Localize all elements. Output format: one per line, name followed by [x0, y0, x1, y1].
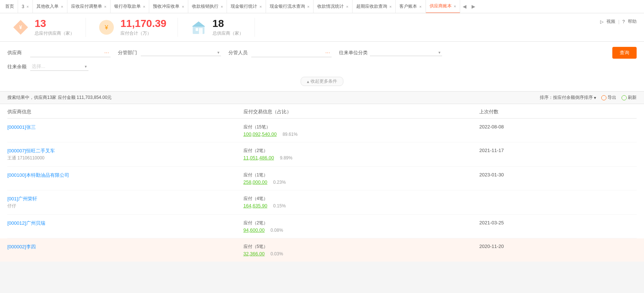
- person-label: 分管人员: [228, 49, 249, 56]
- dept-select[interactable]: ▾: [141, 49, 221, 56]
- trans-label-4: 应付（2笔）: [244, 220, 480, 226]
- export-label: 导出: [608, 94, 616, 101]
- close-icon[interactable]: ×: [182, 4, 184, 9]
- nav-tab-ar-ap-adjust[interactable]: 应收应付调整单 ×: [67, 0, 111, 13]
- table-row: [000002]李四 应付（5笔） 32,366.00 0.03% 2020-1…: [0, 238, 644, 262]
- nav-tab-advance-ar-label: 预收冲应收单: [153, 3, 179, 10]
- supplier-info-0: [000001]张三: [7, 124, 244, 137]
- nav-tab-receipt-stat[interactable]: 收款情况统计 ×: [314, 0, 352, 13]
- close-icon[interactable]: ×: [307, 4, 309, 9]
- trans-label-0: 应付（15笔）: [244, 124, 480, 130]
- refresh-button[interactable]: 刷新: [622, 94, 637, 101]
- stat-content-payable-suppliers: 13 总应付供应商（家）: [35, 18, 74, 37]
- last-date-4: 2021-03-25: [479, 220, 637, 233]
- supplier-link-1[interactable]: [000007]恒旺二手叉车: [7, 148, 55, 154]
- amount-link-5[interactable]: 32,366.00: [244, 251, 265, 256]
- person-input-wrap: ···: [251, 49, 332, 57]
- close-icon[interactable]: ×: [454, 4, 456, 8]
- divider: |: [618, 19, 619, 24]
- svg-rect-6: [196, 28, 198, 31]
- nav-tab-3[interactable]: 3 ×: [18, 0, 33, 13]
- close-icon[interactable]: ×: [419, 4, 421, 9]
- amount-row-4: 94,600.00 0.08%: [244, 227, 480, 233]
- nav-tab-home[interactable]: 首页: [1, 0, 18, 13]
- sort-select[interactable]: 排序：按应付余额倒序排序 ▾: [540, 94, 596, 101]
- video-label[interactable]: 视频: [606, 18, 615, 25]
- close-icon[interactable]: ×: [104, 4, 106, 9]
- supplier-sub-3: 仔仔: [7, 203, 244, 209]
- trans-label-5: 应付（5笔）: [244, 244, 480, 250]
- export-button[interactable]: 导出: [601, 94, 616, 101]
- table-row: [000007]恒旺二手叉车 王通 17106110000 应付（2笔） 11,…: [7, 142, 637, 167]
- nav-tab-other-income[interactable]: 其他收入单 ×: [33, 0, 67, 13]
- nav-tab-customer-book[interactable]: 客户账本 ×: [396, 0, 426, 13]
- close-icon[interactable]: ×: [389, 4, 392, 9]
- stat-content-total-suppliers: 18 总供应商（家）: [213, 18, 244, 37]
- nav-tab-cash-bank-stat[interactable]: 现金银行统计 ×: [227, 0, 266, 13]
- last-date-0: 2022-08-08: [479, 124, 637, 137]
- svg-text:¥: ¥: [105, 24, 108, 31]
- refresh-label: 刷新: [628, 94, 637, 101]
- nav-tab-advance-ar[interactable]: 预收冲应收单 ×: [149, 0, 188, 13]
- last-date-5: 2020-11-20: [479, 244, 637, 256]
- help-label[interactable]: 帮助: [628, 18, 637, 25]
- supplier-link-5[interactable]: [000002]李四: [7, 244, 36, 249]
- close-icon[interactable]: ×: [61, 4, 63, 9]
- nav-next-arrow[interactable]: ▶: [469, 0, 478, 13]
- supplier-info-5: [000002]李四: [7, 244, 244, 256]
- amount-link-4[interactable]: 94,600.00: [244, 227, 265, 233]
- nav-tab-cash-bank-flow-label: 现金银行流水查询: [270, 3, 305, 10]
- top-right-links: ▷ 视频 | ? 帮助: [600, 18, 637, 25]
- dept-label: 分管部门: [118, 49, 139, 56]
- nav-tab-receipt-verify[interactable]: 收款核销执行 ×: [188, 0, 227, 13]
- chevron-down-icon: ▾: [438, 50, 441, 55]
- nav-tab-cash-bank-flow[interactable]: 现金银行流水查询 ×: [266, 0, 314, 13]
- person-dots-icon[interactable]: ···: [325, 49, 330, 56]
- balance-select[interactable]: 选择... ▾: [30, 62, 88, 71]
- stat-number-total-suppliers: 18: [213, 18, 244, 30]
- table-header: 供应商信息 应付交易信息（占比） 上次付数: [7, 104, 637, 119]
- close-icon[interactable]: ×: [346, 4, 348, 9]
- supplier-link-3[interactable]: [001]广州荣轩: [7, 196, 37, 201]
- percent-0: 89.61%: [283, 132, 298, 137]
- supplier-dots-icon[interactable]: ···: [104, 49, 109, 56]
- amount-link-2[interactable]: 258,000.00: [244, 179, 267, 185]
- supplier-link-4[interactable]: [000012]广州贝瑞: [7, 220, 45, 226]
- supplier-input[interactable]: [32, 50, 104, 55]
- nav-tab-supplier-book-label: 供应商账本: [430, 3, 452, 9]
- nav-tab-bank-deposit[interactable]: 银行存取款单 ×: [111, 0, 149, 13]
- collapse-button[interactable]: ▴ 收起更多条件: [301, 77, 343, 86]
- close-icon[interactable]: ×: [221, 4, 223, 9]
- stat-label-total-suppliers: 总供应商（家）: [213, 30, 244, 37]
- supplier-input-wrap: ···: [30, 49, 111, 57]
- search-row-1: 供应商 ··· 分管部门 ▾ 分管人员 ··· 往来单位分类: [7, 47, 637, 59]
- category-label: 往来单位分类: [339, 49, 368, 56]
- balance-label: 往来余额: [7, 63, 28, 70]
- nav-tab-bank-deposit-label: 银行存取款单: [114, 3, 141, 10]
- nav-tab-overdue-ar[interactable]: 超期应收款查询 ×: [353, 0, 396, 13]
- chevron-down-icon: ▾: [594, 95, 596, 100]
- close-icon[interactable]: ×: [143, 4, 145, 9]
- right-actions: 排序：按应付余额倒序排序 ▾ 导出 刷新: [540, 94, 637, 101]
- supplier-link-0[interactable]: [000001]张三: [7, 124, 36, 130]
- close-icon[interactable]: ×: [259, 4, 262, 9]
- stat-number-payable-total: 11,170.39: [120, 18, 167, 30]
- supplier-link-2[interactable]: [000100]本特勤油品有限公司: [7, 172, 69, 178]
- amount-link-1[interactable]: 11,051,486.00: [244, 155, 274, 161]
- nav-tab-supplier-book[interactable]: 供应商账本 ×: [426, 0, 460, 13]
- trans-label-3: 应付（4笔）: [244, 196, 480, 202]
- trans-info-1: 应付（2笔） 11,051,486.00 9.89%: [244, 148, 480, 161]
- search-button[interactable]: 查询: [612, 47, 637, 59]
- trans-info-3: 应付（4笔） 164,635.90 0.15%: [244, 196, 480, 209]
- amount-link-0[interactable]: 100,092,540.00: [244, 131, 277, 137]
- help-icon: ?: [622, 19, 625, 24]
- close-icon[interactable]: ×: [27, 4, 29, 9]
- table-row: [001]广州荣轩 仔仔 应付（4笔） 164,635.90 0.15%: [7, 190, 637, 215]
- person-input[interactable]: [253, 50, 325, 55]
- nav-prev-arrow[interactable]: ◀: [460, 0, 469, 13]
- amount-link-3[interactable]: 164,635.90: [244, 203, 267, 208]
- svg-rect-4: [193, 26, 204, 34]
- supplier-info-2: [000100]本特勤油品有限公司: [7, 172, 244, 185]
- nav-tab-ar-ap-adjust-label: 应收应付调整单: [71, 3, 102, 10]
- category-select[interactable]: ▾: [370, 49, 442, 56]
